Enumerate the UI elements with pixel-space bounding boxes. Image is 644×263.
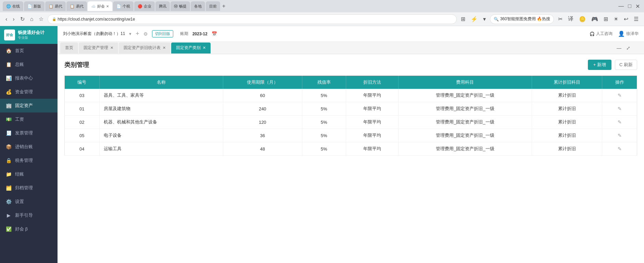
tab-depreciation-table[interactable]: 固定资产折旧统计表 ✕ [119, 43, 171, 53]
edit-icon-2[interactable]: ✎ [618, 119, 622, 125]
fixed-assets-icon: 🏢 [5, 103, 12, 108]
cell-code-4[interactable]: 04 [65, 142, 100, 156]
edit-icon-1[interactable]: ✎ [618, 106, 622, 111]
cell-code-0[interactable]: 03 [65, 89, 100, 102]
funds-icon: 💰 [5, 89, 12, 95]
service-button[interactable]: 🎧 人工咨询 [590, 31, 613, 37]
tab-fixed-asset-mgmt-close[interactable]: ✕ [110, 46, 113, 50]
sidebar-item-sales[interactable]: 📦 进销台账 [0, 140, 58, 154]
cell-op-0[interactable]: ✎ [602, 89, 637, 102]
settings-icon-button[interactable]: ⚙ [143, 31, 148, 37]
dropdown-arrow[interactable]: ▾ [129, 31, 131, 36]
cell-rate-4: 5% [302, 142, 346, 156]
cell-accum-0: 累计折旧 [532, 89, 602, 102]
address-bar[interactable]: 🔒 https://cloud.chanjet.com/accounting/u… [48, 14, 456, 24]
headset-icon: 🎧 [590, 32, 595, 36]
search-bar[interactable]: 🔍 360智能抠图免费用 🔥热搜 [490, 14, 554, 24]
scissors-button[interactable]: ✂ [557, 14, 564, 24]
dropdown-button[interactable]: ▾ [482, 14, 487, 24]
minimize-window-button[interactable]: — [615, 45, 623, 51]
new-tab-button[interactable]: + [221, 2, 227, 11]
undo-button[interactable]: ↩ [622, 14, 630, 24]
browser-tab-2[interactable]: 📋 易代 [45, 1, 66, 11]
reload-button[interactable]: ↻ [19, 14, 26, 24]
browser-tab-10[interactable]: 目前 [206, 1, 220, 11]
add-account-button[interactable]: + [136, 30, 139, 37]
payroll-icon: 💵 [5, 117, 12, 122]
browser-tab-7[interactable]: 腾讯 [155, 1, 170, 11]
games-button[interactable]: 🎮 [590, 14, 599, 24]
sidebar-menu: 🏠 首页 📋 总账 📊 报表中心 💰 资金管理 🏢 固定资产 💵 工资 [0, 44, 58, 263]
settings-button[interactable]: ☀ [612, 14, 620, 24]
extensions-button[interactable]: ⊞ [459, 14, 467, 24]
edit-icon-4[interactable]: ✎ [618, 146, 622, 152]
lightning-button[interactable]: ⚡ [469, 14, 479, 24]
sidebar-label-fixed-assets: 固定资产 [15, 103, 33, 109]
maximize-button[interactable]: □ [627, 2, 633, 11]
browser-tab-5[interactable]: 📄 个税 [113, 1, 134, 11]
calendar-icon[interactable]: 📅 [212, 31, 217, 36]
sidebar-item-settings[interactable]: ⚙️ 设置 [0, 195, 58, 208]
user-profile[interactable]: 👤 徐泽华 [618, 31, 639, 37]
sidebar-item-guide[interactable]: ▶ 新手引导 [0, 208, 58, 222]
ledger-icon: 📋 [5, 62, 12, 67]
sidebar-item-funds[interactable]: 💰 资金管理 [0, 85, 58, 99]
browser-tab-0[interactable]: 🌐 在线 [3, 1, 23, 11]
browser-tab-1[interactable]: 📄 新版 [24, 1, 45, 11]
switch-version-button[interactable]: 切到旧版 [152, 30, 173, 37]
sidebar-item-close[interactable]: 📁 结账 [0, 167, 58, 181]
tab-home[interactable]: 首页 [60, 43, 78, 53]
tab-depreciation-table-label: 固定资产折旧统计表 [124, 45, 161, 51]
refresh-button[interactable]: C 刷新 [615, 60, 637, 70]
browser-tab-close-4[interactable]: ✕ [106, 4, 109, 8]
invoices-icon: 🧾 [5, 130, 12, 136]
cell-code-3[interactable]: 05 [65, 129, 100, 142]
browser-tab-3[interactable]: 📋 易代 [66, 1, 87, 11]
sidebar-item-ledger[interactable]: 📋 总账 [0, 58, 58, 71]
cell-op-1[interactable]: ✎ [602, 102, 637, 116]
browser-tab-6[interactable]: 🔴 企业 [134, 1, 155, 11]
translate-button[interactable]: 译 [567, 14, 575, 24]
table-row: 03 器具、工具、家具等 60 5% 年限平均 管理费用_固定资产折旧_一级 累… [65, 89, 637, 102]
cell-op-2[interactable]: ✎ [602, 116, 637, 129]
sidebar-item-beta[interactable]: ✅ 好会 β [0, 222, 58, 236]
sidebar-item-home[interactable]: 🏠 首页 [0, 44, 58, 58]
settings-menu-icon: ⚙️ [5, 199, 12, 204]
sidebar-item-payroll[interactable]: 💵 工资 [0, 112, 58, 126]
edit-icon-0[interactable]: ✎ [618, 93, 622, 98]
cell-code-1[interactable]: 01 [65, 102, 100, 116]
browser-tab-8[interactable]: Ⓜ 畅提 [171, 1, 190, 11]
category-table: 编号 名称 使用期限（月） 残值率 折旧方法 费用科目 累计折旧科目 操作 03… [64, 75, 637, 156]
grid-button[interactable]: ⊞ [602, 14, 609, 24]
forward-button[interactable]: › [11, 15, 16, 24]
tab-asset-category[interactable]: 固定资产类别 ✕ [171, 43, 211, 53]
sidebar-item-tax[interactable]: 🔒 税务管理 [0, 154, 58, 167]
cell-months-1: 240 [223, 102, 302, 116]
home-icon: 🏠 [5, 48, 12, 53]
browser-tab-4[interactable]: ☁️ 好会 ✕ [88, 1, 112, 11]
tab-asset-category-close[interactable]: ✕ [203, 46, 206, 50]
add-button[interactable]: + 新增 [588, 60, 611, 70]
home-button[interactable]: ⌂ [29, 15, 35, 24]
sidebar-item-fixed-assets[interactable]: 🏢 固定资产 [0, 99, 58, 112]
col-code: 编号 [65, 76, 100, 89]
sidebar-item-archive[interactable]: 🗂️ 归档管理 [0, 181, 58, 195]
browser-tab-9[interactable]: 各地 [191, 1, 205, 11]
coins-button[interactable]: 🪙 [578, 14, 587, 24]
cell-op-3[interactable]: ✎ [602, 129, 637, 142]
close-button[interactable]: ✕ [634, 2, 641, 11]
bookmark-button[interactable]: ☆ [37, 14, 45, 24]
cell-code-2[interactable]: 02 [65, 116, 100, 129]
cell-op-4[interactable]: ✎ [602, 142, 637, 156]
sidebar-label-home: 首页 [15, 48, 24, 54]
tab-depreciation-table-close[interactable]: ✕ [163, 46, 166, 50]
tab-fixed-asset-mgmt[interactable]: 固定资产管理 ✕ [79, 43, 118, 53]
back-button[interactable]: ‹ [4, 15, 9, 24]
menu-button[interactable]: ☰ [632, 14, 640, 24]
expand-window-button[interactable]: ⤢ [624, 45, 632, 51]
minimize-button[interactable]: — [617, 2, 625, 11]
sidebar-item-invoices[interactable]: 🧾 发票管理 [0, 126, 58, 140]
sidebar-item-reports[interactable]: 📊 报表中心 [0, 71, 58, 85]
edit-icon-3[interactable]: ✎ [618, 133, 622, 138]
col-accum: 累计折旧科目 [532, 76, 602, 89]
